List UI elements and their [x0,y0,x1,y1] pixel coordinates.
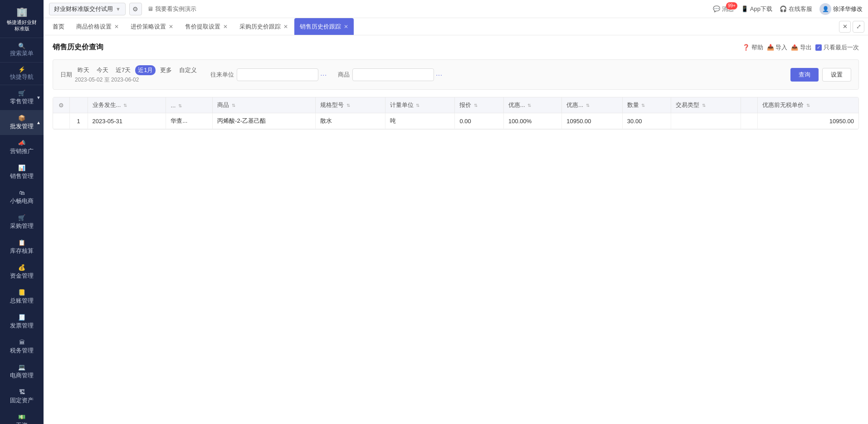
checkbox-icon: ✓ [815,44,822,51]
purchase-icon: 🛒 [18,214,25,221]
col-index [69,97,88,113]
quicknav-icon: ⚡ [0,66,44,73]
sort-product[interactable]: ⇅ [232,103,235,108]
row-extra: 华查... [166,113,213,129]
date-opt-1month[interactable]: 近1月 [135,65,156,75]
import-button[interactable]: 📥 导入 [767,43,788,52]
only-last-checkbox[interactable]: ✓ 只看最后一次 [815,43,859,52]
sort-extra[interactable]: ⇅ [178,103,182,108]
product-picker-button[interactable]: ··· [436,71,443,78]
sort-business-date[interactable]: ⇅ [123,103,127,108]
tab-close-purchase-strategy[interactable]: ✕ [169,24,173,30]
message-badge: 99+ [726,2,737,10]
tab-close-purchase-history[interactable]: ✕ [283,24,288,30]
table-header-row: ⚙ 业务发生... ⇅ ... ⇅ 商品 ⇅ [53,97,858,113]
page-header: 销售历史价查询 ❓ 帮助 📥 导入 📤 导出 ✓ 只看最后一次 [53,43,859,52]
sort-trans-type[interactable]: ⇅ [702,103,706,108]
supplier-input[interactable] [237,68,318,81]
logo-icon: 🏢 [4,5,40,18]
sidebar-item-ecommerce-small[interactable]: 🛍 小畅电商 [0,185,44,210]
date-opt-custom[interactable]: 自定义 [176,65,200,75]
settings-button[interactable]: ⚙ [129,3,142,15]
date-opt-more[interactable]: 更多 [157,65,175,75]
table-row[interactable]: 1 2023-05-31 华查... 丙烯酸-2-乙基己酯 散水 吨 0.00 … [53,113,858,129]
date-opt-today[interactable]: 今天 [94,65,111,75]
sidebar-item-ledger[interactable]: 📒 总账管理 [0,284,44,309]
app-download-button[interactable]: 📱 App下载 [741,5,772,13]
supplier-picker-button[interactable]: ··· [320,71,327,78]
tab-close-price-extract[interactable]: ✕ [223,24,228,30]
column-settings-icon[interactable]: ⚙ [59,102,64,109]
online-service-button[interactable]: 🎧 在线客服 [780,5,812,13]
row-quantity: 30.00 [622,113,671,129]
export-icon: 📤 [791,44,798,51]
date-opt-yesterday[interactable]: 昨天 [75,65,92,75]
supplier-filter-group: 往来单位 ··· [210,68,327,81]
tab-expand-button[interactable]: ⤢ [853,21,864,33]
gear-icon: ⚙ [132,5,138,13]
col-quantity: 数量 ⇅ [622,97,671,113]
sort-discount-pct[interactable]: ⇅ [527,103,531,108]
sidebar-item-search[interactable]: 🔍 搜索菜单 [0,38,44,63]
export-button[interactable]: 📤 导出 [791,43,812,52]
app-logo[interactable]: 🏢 畅捷通好业财 标准版 [0,0,44,38]
sidebar-item-ecommerce[interactable]: 💻 电商管理 [0,359,44,384]
sidebar-item-sales[interactable]: 📊 销售管理 [0,160,44,185]
demo-button[interactable]: 🖥 我要看实例演示 [147,5,196,13]
sidebar: 🏢 畅捷通好业财 标准版 🔍 搜索菜单 ⚡ 快捷导航 🛒 零售管理 ▼ 📦 批发… [0,0,44,424]
tab-home[interactable]: 首页 [47,18,70,35]
sort-pretax-price[interactable]: ⇅ [806,103,810,108]
sidebar-item-payroll[interactable]: 💵 工资 [0,409,44,424]
sidebar-item-wholesale[interactable]: 📦 批发管理 ▲ [0,110,44,135]
query-button[interactable]: 查询 [790,68,819,82]
col-spec: 规格型号 ⇅ [316,97,385,113]
tab-close-all-button[interactable]: ✕ [839,21,851,33]
col-trans-type: 交易类型 ⇅ [671,97,741,113]
sidebar-item-invoice[interactable]: 🧾 发票管理 [0,309,44,334]
sidebar-item-fixed-assets[interactable]: 🏗 固定资产 [0,384,44,409]
content-area: 销售历史价查询 ❓ 帮助 📥 导入 📤 导出 ✓ 只看最后一次 [44,35,868,424]
topbar: 好业财标准版交付试用 ▼ ⚙ 🖥 我要看实例演示 💬 消息 99+ 📱 App下… [44,0,868,18]
download-icon: 📱 [741,5,748,12]
settings-button-filter[interactable]: 设置 [822,68,851,82]
sidebar-item-inventory[interactable]: 📋 库存核算 [0,235,44,260]
col-pretax-price: 优惠前无税单价 ⇅ [758,97,858,113]
sidebar-item-finance[interactable]: 💰 资金管理 [0,260,44,284]
tab-product-price[interactable]: 商品价格设置 ✕ [71,18,124,35]
date-options: 昨天 今天 近7天 近1月 更多 自定义 2023-05-02 至 2023-0… [75,65,200,84]
date-opt-7days[interactable]: 近7天 [113,65,133,75]
user-menu[interactable]: 👤 徐泽华修改 [819,3,863,15]
messages-button[interactable]: 💬 消息 99+ [713,5,734,13]
sort-spec[interactable]: ⇅ [346,103,350,108]
sort-discount-amt[interactable]: ⇅ [586,103,590,108]
sidebar-item-tax[interactable]: 🏛 税务管理 [0,334,44,359]
help-button[interactable]: ❓ 帮助 [742,43,763,52]
monitor-icon: 🖥 [147,5,153,12]
product-input[interactable] [352,68,434,81]
sort-price[interactable]: ⇅ [474,103,478,108]
expand-icon: ⤢ [856,23,861,30]
version-selector[interactable]: 好业财标准版交付试用 ▼ [49,3,126,15]
row-spec: 散水 [316,113,385,129]
tab-purchase-history[interactable]: 采购历史价跟踪 ✕ [234,18,293,35]
tab-close-product-price[interactable]: ✕ [114,24,119,30]
tab-close-sales-history[interactable]: ✕ [344,24,348,30]
row-trans-type [671,113,741,129]
sort-quantity[interactable]: ⇅ [641,103,645,108]
col-extra: ... ⇅ [166,97,213,113]
marketing-icon: 📣 [18,140,25,146]
tab-sales-history[interactable]: 销售历史价跟踪 ✕ [294,18,354,35]
row-discount-amt: 10950.00 [562,113,623,129]
sidebar-item-quicknav[interactable]: ⚡ 快捷导航 [0,63,44,85]
chevron-down-icon: ▼ [116,6,121,12]
tab-price-extract[interactable]: 售价提取设置 ✕ [180,18,233,35]
sidebar-item-marketing[interactable]: 📣 营销推广 [0,135,44,160]
row-index: 1 [69,113,88,129]
col-unit: 计量单位 ⇅ [385,97,455,113]
sidebar-item-retail[interactable]: 🛒 零售管理 ▼ [0,85,44,110]
sort-unit[interactable]: ⇅ [416,103,419,108]
sidebar-item-purchase[interactable]: 🛒 采购管理 [0,210,44,235]
tab-purchase-strategy[interactable]: 进价策略设置 ✕ [125,18,179,35]
product-filter-group: 商品 ··· [338,68,443,81]
tabbar-controls: ✕ ⤢ [839,21,864,33]
